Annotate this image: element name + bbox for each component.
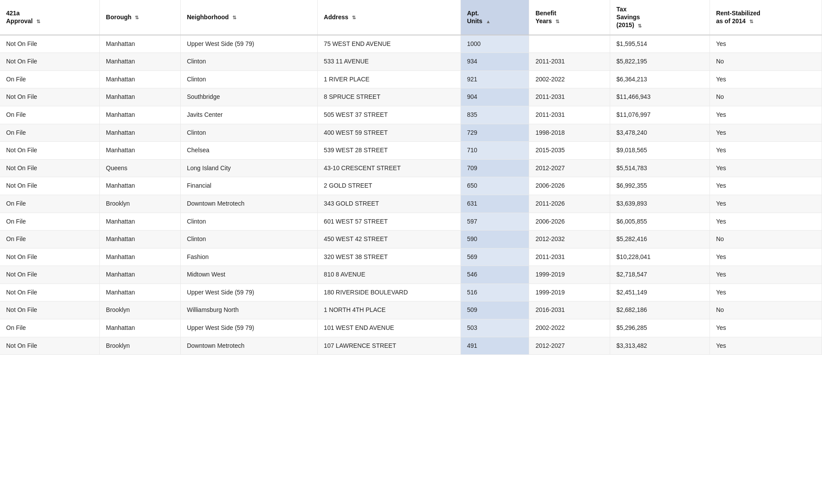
col-header-benefit-label: BenefitYears: [535, 10, 556, 24]
cell-rentstab: No: [710, 53, 822, 71]
sort-icon-approval: ⇅: [36, 18, 40, 24]
cell-rentstab: Yes: [710, 70, 822, 88]
cell-benefit: 2015-2035: [529, 142, 610, 160]
cell-address: 101 WEST END AVENUE: [317, 319, 460, 337]
cell-rentstab: Yes: [710, 106, 822, 124]
cell-neighborhood: Upper West Side (59 79): [180, 35, 317, 53]
col-header-taxsave[interactable]: TaxSavings(2015) ⇅: [610, 0, 710, 35]
table-row: Not On FileManhattanFinancial2 GOLD STRE…: [0, 177, 822, 195]
cell-units: 569: [460, 248, 529, 266]
cell-rentstab: Yes: [710, 142, 822, 160]
col-header-address-label: Address: [324, 14, 348, 21]
cell-address: 601 WEST 57 STREET: [317, 213, 460, 231]
cell-address: 533 11 AVENUE: [317, 53, 460, 71]
cell-taxsave: $5,514,783: [610, 159, 710, 177]
cell-benefit: 1999-2019: [529, 284, 610, 301]
cell-neighborhood: Clinton: [180, 231, 317, 248]
cell-benefit: 1998-2018: [529, 124, 610, 142]
cell-benefit: 2011-2026: [529, 195, 610, 213]
table-row: On FileManhattanClinton1 RIVER PLACE9212…: [0, 70, 822, 88]
cell-address: 43-10 CRESCENT STREET: [317, 159, 460, 177]
cell-rentstab: Yes: [710, 177, 822, 195]
table-row: Not On FileManhattanUpper West Side (59 …: [0, 284, 822, 301]
cell-rentstab: Yes: [710, 319, 822, 337]
cell-approval: On File: [0, 70, 100, 88]
col-header-rentstab[interactable]: Rent-Stabilizedas of 2014 ⇅: [710, 0, 822, 35]
col-header-neighborhood[interactable]: Neighborhood ⇅: [180, 0, 317, 35]
cell-units: 904: [460, 88, 529, 106]
cell-benefit: 2006-2026: [529, 177, 610, 195]
cell-taxsave: $10,228,041: [610, 248, 710, 266]
cell-rentstab: No: [710, 301, 822, 319]
cell-approval: On File: [0, 195, 100, 213]
cell-benefit: 2011-2031: [529, 106, 610, 124]
col-header-borough[interactable]: Borough ⇅: [100, 0, 181, 35]
cell-neighborhood: Fashion: [180, 248, 317, 266]
cell-borough: Queens: [100, 159, 181, 177]
cell-neighborhood: Chelsea: [180, 142, 317, 160]
cell-taxsave: $6,005,855: [610, 213, 710, 231]
table-header-row: 421aApproval ⇅ Borough ⇅ Neighborhood ⇅ …: [0, 0, 822, 35]
sort-icon-benefit: ⇅: [555, 18, 559, 24]
cell-neighborhood: Downtown Metrotech: [180, 195, 317, 213]
col-header-approval[interactable]: 421aApproval ⇅: [0, 0, 100, 35]
main-table: 421aApproval ⇅ Borough ⇅ Neighborhood ⇅ …: [0, 0, 822, 355]
cell-taxsave: $9,018,565: [610, 142, 710, 160]
cell-neighborhood: Upper West Side (59 79): [180, 284, 317, 301]
cell-rentstab: Yes: [710, 124, 822, 142]
cell-units: 546: [460, 266, 529, 284]
data-table-container: 421aApproval ⇅ Borough ⇅ Neighborhood ⇅ …: [0, 0, 822, 355]
cell-borough: Brooklyn: [100, 337, 181, 355]
cell-approval: Not On File: [0, 266, 100, 284]
cell-address: 1 NORTH 4TH PLACE: [317, 301, 460, 319]
cell-approval: On File: [0, 124, 100, 142]
col-header-taxsave-label: TaxSavings(2015): [616, 6, 640, 28]
cell-taxsave: $11,466,943: [610, 88, 710, 106]
table-row: Not On FileManhattanClinton533 11 AVENUE…: [0, 53, 822, 71]
cell-approval: On File: [0, 106, 100, 124]
table-row: Not On FileBrooklynDowntown Metrotech107…: [0, 337, 822, 355]
cell-benefit: 2012-2027: [529, 159, 610, 177]
cell-borough: Manhattan: [100, 319, 181, 337]
cell-address: 539 WEST 28 STREET: [317, 142, 460, 160]
col-header-benefit[interactable]: BenefitYears ⇅: [529, 0, 610, 35]
sort-icon-neighborhood: ⇅: [232, 14, 236, 21]
cell-benefit: 2012-2027: [529, 337, 610, 355]
cell-address: 1 RIVER PLACE: [317, 70, 460, 88]
cell-borough: Manhattan: [100, 35, 181, 53]
cell-taxsave: $2,682,186: [610, 301, 710, 319]
cell-approval: Not On File: [0, 337, 100, 355]
table-row: Not On FileManhattanMidtown West810 8 AV…: [0, 266, 822, 284]
cell-neighborhood: Clinton: [180, 124, 317, 142]
cell-units: 650: [460, 177, 529, 195]
cell-units: 921: [460, 70, 529, 88]
table-row: Not On FileManhattanSouthbridge8 SPRUCE …: [0, 88, 822, 106]
cell-taxsave: $6,992,355: [610, 177, 710, 195]
cell-neighborhood: Clinton: [180, 53, 317, 71]
cell-borough: Manhattan: [100, 177, 181, 195]
cell-address: 2 GOLD STREET: [317, 177, 460, 195]
cell-address: 107 LAWRENCE STREET: [317, 337, 460, 355]
cell-units: 710: [460, 142, 529, 160]
cell-borough: Manhattan: [100, 70, 181, 88]
cell-rentstab: Yes: [710, 35, 822, 53]
cell-benefit: 2011-2031: [529, 248, 610, 266]
col-header-address[interactable]: Address ⇅: [317, 0, 460, 35]
cell-approval: Not On File: [0, 284, 100, 301]
cell-neighborhood: Financial: [180, 177, 317, 195]
col-header-units[interactable]: Apt.Units ▲: [460, 0, 529, 35]
cell-units: 729: [460, 124, 529, 142]
cell-taxsave: $5,822,195: [610, 53, 710, 71]
sort-icon-rentstab: ⇅: [749, 18, 753, 24]
cell-benefit: 2012-2032: [529, 231, 610, 248]
cell-approval: On File: [0, 213, 100, 231]
cell-rentstab: Yes: [710, 195, 822, 213]
cell-taxsave: $2,718,547: [610, 266, 710, 284]
cell-rentstab: Yes: [710, 159, 822, 177]
cell-units: 709: [460, 159, 529, 177]
cell-benefit: 2011-2031: [529, 53, 610, 71]
cell-taxsave: $11,076,997: [610, 106, 710, 124]
cell-approval: Not On File: [0, 53, 100, 71]
cell-borough: Manhattan: [100, 231, 181, 248]
cell-taxsave: $5,296,285: [610, 319, 710, 337]
